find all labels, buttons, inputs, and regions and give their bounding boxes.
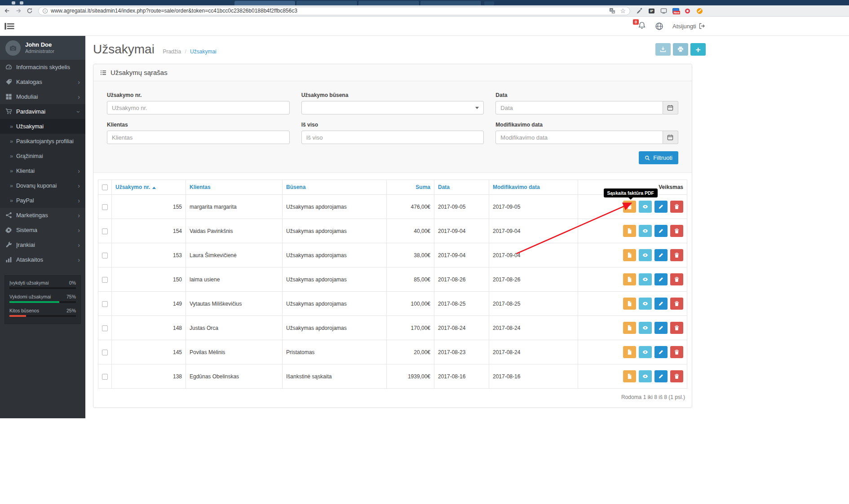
- filter-button[interactable]: Filtruoti: [639, 151, 678, 164]
- delete-button[interactable]: [670, 249, 683, 261]
- language-button[interactable]: [655, 22, 663, 31]
- sidebar-item-pardavimai[interactable]: Pardavimai›: [0, 104, 85, 119]
- sidebar-item-klientai[interactable]: »Klientai›: [0, 163, 85, 178]
- delete-button[interactable]: [670, 225, 683, 237]
- breadcrumb-home[interactable]: Pradžia: [163, 48, 181, 55]
- newtab-extension-icon[interactable]: New: [672, 8, 679, 14]
- browser-icon[interactable]: [12, 1, 15, 4]
- uzsakymo-nr-input[interactable]: [107, 101, 290, 114]
- invoice-pdf-button[interactable]: [623, 249, 636, 261]
- edit-button[interactable]: [654, 249, 668, 261]
- uzsakymo-busena-select[interactable]: [301, 101, 484, 114]
- sidebar-item-moduliai[interactable]: Moduliai›: [0, 89, 85, 104]
- column-sort-link[interactable]: Užsakymo nr.: [115, 184, 150, 190]
- eyedropper-extension-icon[interactable]: [636, 7, 643, 15]
- invoice-pdf-button[interactable]: [623, 370, 636, 382]
- column-sort-link[interactable]: Klientas: [190, 184, 211, 190]
- row-checkbox[interactable]: [102, 253, 108, 259]
- view-button[interactable]: [639, 298, 652, 310]
- delete-button[interactable]: [670, 346, 683, 358]
- sidebar-item-informacinis-skydelis[interactable]: Informacinis skydelis: [0, 60, 85, 75]
- browser-tab[interactable]: [358, 1, 420, 5]
- sidebar-item-marketingas[interactable]: Marketingas›: [0, 208, 85, 223]
- edit-button[interactable]: [654, 298, 668, 310]
- row-checkbox[interactable]: [102, 228, 108, 234]
- orange-extension-icon[interactable]: [696, 7, 703, 15]
- edit-button[interactable]: [654, 225, 668, 237]
- date-picker-button[interactable]: [663, 131, 678, 144]
- browser-tab[interactable]: [234, 1, 296, 5]
- forward-button[interactable]: [14, 7, 22, 15]
- browser-tab[interactable]: [420, 1, 482, 5]
- klientas-input[interactable]: [107, 131, 290, 144]
- column-sort-link[interactable]: Data: [438, 184, 450, 190]
- invoice-pdf-button[interactable]: [623, 298, 636, 310]
- view-button[interactable]: [639, 273, 652, 285]
- sidebar-toggle-button[interactable]: [4, 22, 14, 30]
- view-button[interactable]: [639, 370, 652, 382]
- invoice-pdf-button[interactable]: [623, 225, 636, 237]
- row-checkbox[interactable]: [102, 350, 108, 355]
- column-sort-link[interactable]: Modifikavimo data: [493, 184, 540, 190]
- logout-button[interactable]: Atsijungti: [672, 23, 705, 30]
- url-bar[interactable]: i www.agregatai.lt/siteadmin14/index.php…: [38, 7, 630, 15]
- screenshot-extension-icon[interactable]: [660, 7, 668, 15]
- edit-button[interactable]: [654, 273, 668, 285]
- sidebar-item-grazinimai[interactable]: »Grąžinimai: [0, 149, 85, 163]
- view-button[interactable]: [639, 346, 652, 358]
- edit-button[interactable]: [654, 201, 668, 213]
- sidebar-item-ataskaitos[interactable]: Ataskaitos›: [0, 252, 85, 267]
- invoice-pdf-button[interactable]: [623, 322, 636, 334]
- view-button[interactable]: [639, 322, 652, 334]
- delete-button[interactable]: [670, 273, 683, 285]
- row-checkbox[interactable]: [102, 301, 108, 307]
- notifications-button[interactable]: 0: [638, 22, 646, 31]
- profile[interactable]: John Doe Administrator: [0, 36, 85, 60]
- is-viso-input[interactable]: [301, 131, 484, 144]
- refresh-button[interactable]: [26, 7, 34, 15]
- date-picker-button[interactable]: [663, 101, 678, 114]
- column-sort-link[interactable]: Būsena: [286, 184, 305, 190]
- invoice-pdf-button[interactable]: [623, 346, 636, 358]
- view-button[interactable]: [639, 225, 652, 237]
- delete-button[interactable]: [670, 370, 683, 382]
- ip-extension-icon[interactable]: IP: [648, 7, 655, 15]
- view-button[interactable]: [639, 249, 652, 261]
- view-button[interactable]: [639, 201, 652, 213]
- bookmark-star-icon[interactable]: ☆: [620, 8, 626, 14]
- sidebar-item-pasikartojantys-profiliai[interactable]: »Pasikartojantys profiliai: [0, 134, 85, 149]
- sidebar-item-katalogas[interactable]: Katalogas›: [0, 75, 85, 89]
- data-input[interactable]: [495, 101, 663, 114]
- delete-button[interactable]: [670, 322, 683, 334]
- column-sort-link[interactable]: Suma: [416, 184, 430, 190]
- row-checkbox[interactable]: [102, 277, 108, 283]
- sidebar-item-irankiai[interactable]: Įrankiai›: [0, 237, 85, 252]
- sidebar-item-sistema[interactable]: Sistema›: [0, 223, 85, 237]
- row-checkbox[interactable]: [102, 374, 108, 380]
- edit-button[interactable]: [654, 322, 668, 334]
- sidebar-item-paypal[interactable]: »PayPal›: [0, 193, 85, 208]
- invoice-pdf-button[interactable]: [623, 273, 636, 285]
- ring-extension-ic[interactable]: [684, 7, 691, 15]
- browser-icon[interactable]: [20, 1, 23, 4]
- delete-button[interactable]: [670, 298, 683, 310]
- row-checkbox[interactable]: [102, 325, 108, 331]
- page-info-icon[interactable]: i: [43, 9, 48, 13]
- edit-button[interactable]: [654, 370, 668, 382]
- modifikavimo-data-input[interactable]: [495, 131, 663, 144]
- sidebar-item-dovanu-kuponai[interactable]: »Dovanų kuponai›: [0, 178, 85, 193]
- browser-tab[interactable]: [296, 1, 358, 5]
- invoice-pdf-button[interactable]: [623, 201, 636, 213]
- translate-icon[interactable]: Aa: [609, 8, 615, 14]
- new-tab-button[interactable]: [484, 1, 494, 5]
- back-button[interactable]: [3, 7, 11, 15]
- sidebar-item-uzsakymai[interactable]: »Užsakymai: [0, 119, 85, 134]
- edit-button[interactable]: [654, 346, 668, 358]
- print-invoice-button[interactable]: [655, 43, 671, 56]
- breadcrumb-current[interactable]: Užsakymai: [190, 48, 217, 55]
- add-order-button[interactable]: +: [690, 43, 706, 56]
- print-shipping-button[interactable]: [673, 43, 688, 56]
- row-checkbox[interactable]: [102, 204, 108, 210]
- delete-button[interactable]: [670, 201, 683, 213]
- select-all-checkbox[interactable]: [102, 184, 108, 190]
